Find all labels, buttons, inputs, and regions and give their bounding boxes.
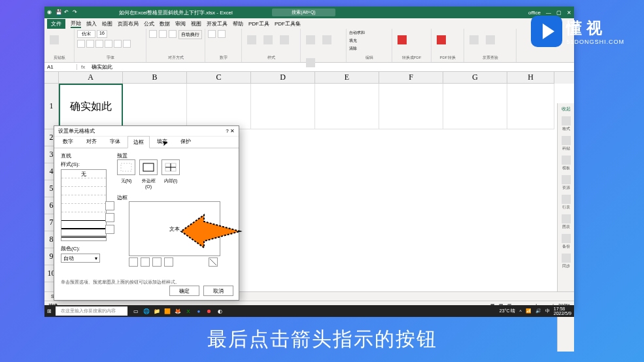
tab-home[interactable]: 开始 — [71, 20, 81, 28]
align-icon[interactable] — [159, 30, 167, 38]
style-item[interactable] — [61, 204, 106, 212]
style-none[interactable]: 无 — [61, 170, 106, 178]
cell[interactable] — [251, 84, 315, 129]
align-icon[interactable] — [169, 30, 177, 38]
pdf-convert[interactable] — [395, 30, 409, 51]
tray-ime-icon[interactable]: 中 — [545, 308, 550, 314]
autosum[interactable]: 自动求和 — [349, 30, 389, 36]
col-header[interactable]: B — [123, 72, 187, 84]
border-mid-btn[interactable] — [105, 213, 114, 222]
dialog-close-icon[interactable]: ✕ — [230, 128, 235, 134]
cell[interactable] — [187, 84, 251, 129]
undo-icon[interactable]: ↶ — [64, 9, 71, 16]
taskbar-search[interactable]: 在这里输入你要搜索的内容 — [56, 306, 127, 316]
style-item[interactable] — [61, 187, 106, 195]
edge-icon[interactable]: 🌐 — [142, 306, 151, 316]
wrap-button[interactable]: 自动换行 — [178, 30, 202, 39]
ok-button[interactable]: 确定 — [169, 286, 199, 296]
clock-date[interactable]: 2022/5/9 — [554, 311, 571, 316]
record-icon[interactable]: ⏺ — [205, 306, 214, 316]
font-color-icon[interactable] — [123, 40, 131, 48]
tray-up-icon[interactable]: ^ — [519, 309, 521, 314]
excel-icon[interactable]: X — [184, 306, 193, 316]
tab-dev[interactable]: 开发工具 — [207, 20, 228, 27]
currency-icon[interactable] — [208, 30, 216, 38]
explorer-icon[interactable]: 📁 — [152, 306, 161, 316]
italic-icon[interactable] — [86, 40, 94, 48]
cond-format[interactable] — [245, 30, 259, 51]
name-box[interactable]: A1 — [44, 64, 77, 70]
preset-inside[interactable] — [161, 159, 180, 175]
collapse[interactable]: 收起 — [562, 106, 571, 112]
cell[interactable] — [379, 84, 443, 129]
sp-paste[interactable]: 科贴 — [562, 136, 571, 152]
style-item[interactable] — [61, 229, 106, 238]
app-icon[interactable]: ◐ — [215, 306, 224, 316]
tab-draw[interactable]: 绘图 — [102, 20, 112, 27]
save-icon[interactable]: 💾 — [56, 9, 62, 16]
cell[interactable] — [123, 84, 187, 129]
app-icon[interactable]: 🦊 — [173, 306, 182, 316]
style-item[interactable] — [61, 178, 106, 187]
col-header[interactable]: G — [443, 72, 507, 84]
dlg-tab-border[interactable]: 边框 — [127, 136, 150, 148]
font-name[interactable]: 仿宋 — [77, 30, 95, 38]
sp-template[interactable]: 模板 — [562, 156, 571, 171]
task-view-icon[interactable]: ▭ — [131, 306, 141, 316]
fill-color-icon[interactable] — [114, 40, 122, 48]
sp-backup[interactable]: 备份 — [562, 234, 571, 250]
tab-data[interactable]: 数据 — [160, 20, 170, 27]
table-format[interactable] — [261, 30, 275, 51]
tab-file[interactable]: 文件 — [47, 19, 65, 29]
close-icon[interactable]: ✕ — [567, 10, 571, 16]
border-diag1-btn[interactable] — [129, 257, 138, 267]
fill[interactable]: 填充 — [349, 38, 389, 44]
sp-resource[interactable]: 资源 — [562, 175, 571, 191]
dialog-help-icon[interactable]: ? — [226, 128, 228, 134]
bold-icon[interactable] — [77, 40, 85, 48]
formula-input[interactable]: 确实如此 — [89, 63, 574, 71]
border-left-btn[interactable] — [141, 257, 150, 267]
font-size[interactable]: 16 — [97, 30, 107, 38]
cell[interactable] — [443, 84, 507, 129]
style-item[interactable] — [61, 212, 106, 221]
border-icon[interactable] — [105, 40, 112, 48]
maximize-icon[interactable]: ▢ — [556, 10, 562, 16]
line-style-list[interactable]: 无 — [61, 169, 107, 241]
paste-button[interactable] — [47, 30, 61, 51]
cell-a1[interactable]: 确实如此 — [59, 84, 123, 129]
tab-view[interactable]: 视图 — [191, 20, 201, 27]
tray-net-icon[interactable]: 📶 — [526, 308, 532, 314]
start-icon[interactable]: ⊞ — [47, 308, 52, 314]
clear[interactable]: 清除 — [349, 46, 389, 52]
col-header[interactable]: D — [251, 72, 315, 84]
border-top-btn[interactable] — [105, 201, 114, 210]
tab-pdf2[interactable]: PDF工具集 — [275, 20, 301, 27]
delete-cell[interactable] — [320, 30, 334, 51]
cell[interactable] — [315, 84, 379, 129]
dlg-tab-align[interactable]: 对齐 — [80, 135, 103, 148]
weather[interactable]: 23°C 晴 — [500, 308, 516, 314]
cell[interactable] — [507, 84, 554, 129]
percent-icon[interactable] — [218, 30, 226, 38]
col-header[interactable]: F — [379, 72, 443, 84]
select-all[interactable] — [44, 72, 59, 84]
align-icon[interactable] — [149, 30, 157, 38]
border-right-btn[interactable] — [164, 257, 173, 267]
row-header[interactable]: 1 — [44, 84, 59, 129]
tab-layout[interactable]: 页面布局 — [118, 20, 139, 27]
fx-icon[interactable]: fx — [77, 64, 89, 70]
sp-format[interactable]: 格式 — [562, 116, 571, 132]
sensitivity[interactable] — [483, 30, 498, 51]
clock-time[interactable]: 17:58 — [554, 306, 571, 311]
border-bottom-btn[interactable] — [105, 225, 114, 234]
dlg-tab-font[interactable]: 字体 — [104, 135, 126, 148]
tab-insert[interactable]: 插入 — [86, 20, 97, 27]
color-dropdown[interactable]: 自动▾ — [61, 254, 100, 263]
minimize-icon[interactable]: — — [546, 10, 551, 16]
sp-row[interactable]: 行表 — [562, 195, 571, 210]
col-header[interactable]: A — [59, 72, 123, 84]
preset-none[interactable] — [117, 159, 135, 175]
sp-sync[interactable]: 同步 — [562, 254, 571, 269]
sp-chart[interactable]: 图表 — [562, 214, 571, 230]
